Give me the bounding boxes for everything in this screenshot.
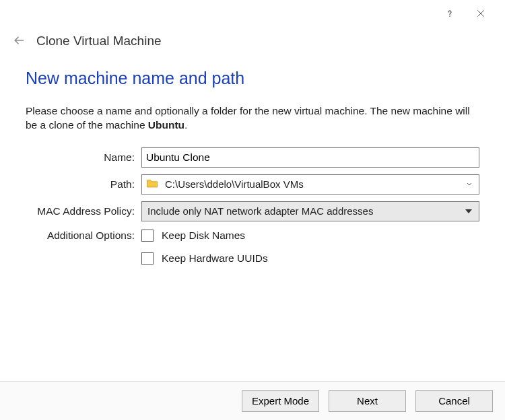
expert-mode-button[interactable]: Expert Mode	[242, 390, 319, 412]
path-row: Path: C:\Users\ddelo\VirtualBox VMs	[26, 174, 479, 195]
mac-policy-value: Include only NAT network adapter MAC add…	[147, 205, 373, 217]
keep-disk-names-label: Keep Disk Names	[162, 230, 245, 242]
next-button[interactable]: Next	[329, 390, 406, 412]
name-input[interactable]	[141, 147, 479, 168]
keep-hw-uuids-checkbox[interactable]: Keep Hardware UUIDs	[141, 252, 479, 265]
description-text: Please choose a name and optionally a fo…	[26, 104, 479, 133]
triangle-down-icon	[465, 209, 472, 213]
checkbox-icon	[141, 252, 154, 265]
path-select[interactable]: C:\Users\ddelo\VirtualBox VMs	[141, 174, 479, 195]
cancel-button[interactable]: Cancel	[415, 390, 493, 412]
mac-policy-label: MAC Address Policy:	[26, 205, 141, 217]
chevron-down-icon	[465, 178, 473, 190]
dialog-footer: Expert Mode Next Cancel	[0, 381, 505, 420]
dialog-title: Clone Virtual Machine	[36, 34, 162, 48]
svg-point-0	[449, 15, 450, 16]
description-machine-name: Ubuntu	[148, 119, 184, 131]
additional-options-label: Additional Options:	[26, 228, 141, 242]
mac-policy-dropdown[interactable]: Include only NAT network adapter MAC add…	[141, 201, 479, 221]
name-row: Name:	[26, 147, 479, 168]
folder-icon	[146, 178, 165, 190]
page-title: New machine name and path	[26, 69, 479, 88]
keep-hw-uuids-label: Keep Hardware UUIDs	[162, 252, 268, 265]
back-arrow-icon[interactable]	[13, 34, 26, 48]
additional-options-row: Additional Options: Keep Disk Names Keep…	[26, 228, 479, 271]
description-post: .	[184, 119, 187, 131]
path-value: C:\Users\ddelo\VirtualBox VMs	[165, 178, 304, 190]
content-area: New machine name and path Please choose …	[0, 69, 505, 271]
dialog-header: Clone Virtual Machine	[0, 28, 505, 62]
keep-disk-names-checkbox[interactable]: Keep Disk Names	[141, 230, 479, 242]
titlebar	[0, 0, 505, 28]
help-icon[interactable]	[444, 8, 455, 21]
mac-policy-row: MAC Address Policy: Include only NAT net…	[26, 201, 479, 221]
close-icon[interactable]	[475, 8, 486, 21]
name-label: Name:	[26, 151, 141, 164]
description-pre: Please choose a name and optionally a fo…	[26, 105, 470, 131]
checkbox-icon	[141, 230, 154, 242]
path-label: Path:	[26, 178, 141, 190]
